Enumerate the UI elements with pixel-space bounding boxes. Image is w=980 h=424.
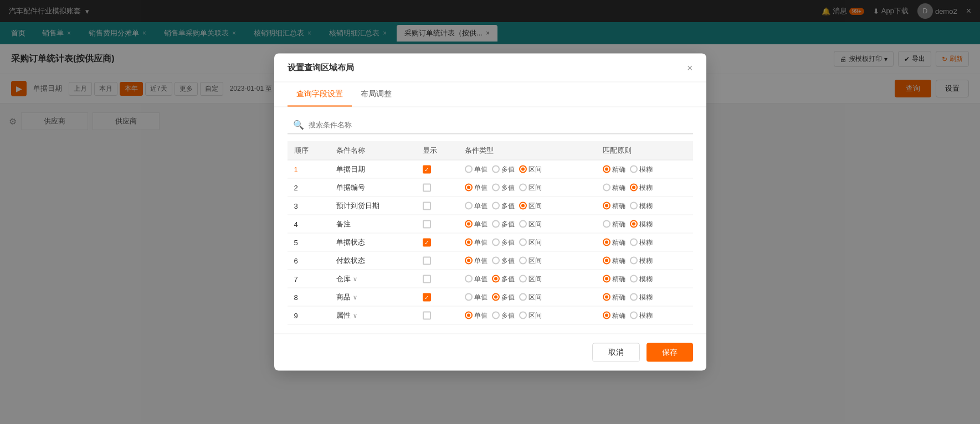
match-radio-fuzzy[interactable]: 模糊 [630,274,653,283]
type-radio-range[interactable]: 区间 [519,183,542,192]
match-radio-group: 精确 模糊 [603,201,686,210]
display-checkbox[interactable] [423,311,431,319]
radio-range-circle [519,312,527,319]
display-checkbox[interactable]: ✓ [423,293,431,301]
cancel-button[interactable]: 取消 [592,343,640,362]
type-radio-range[interactable]: 区间 [519,274,542,283]
match-radio-exact[interactable]: 精确 [603,183,625,192]
radio-exact-circle [603,184,610,192]
type-radio-single[interactable]: 单值 [465,274,488,283]
type-radio-range[interactable]: 区间 [519,164,542,174]
condition-name: 备注 [336,220,351,228]
condition-name: 单据编号 [336,183,365,192]
type-radio-single[interactable]: 单值 [465,329,488,329]
match-radio-fuzzy[interactable]: 模糊 [630,329,653,329]
save-button[interactable]: 保存 [647,343,693,362]
modal-header: 设置查询区域布局 × [274,54,706,82]
tab-layout-adjust[interactable]: 布局调整 [352,82,401,107]
display-checkbox[interactable] [423,183,431,192]
conditions-table: 顺序 条件名称 显示 条件类型 匹配原则 1 单据日期 ✓ [288,141,693,329]
type-radio-multi[interactable]: 多值 [492,256,515,265]
type-radio-single[interactable]: 单值 [465,292,488,302]
match-radio-exact[interactable]: 精确 [603,311,625,320]
radio-fuzzy-circle [630,220,638,228]
display-checkbox[interactable] [423,220,431,228]
condition-name: 单据日期 [336,165,365,173]
conditions-table-scroll[interactable]: 顺序 条件名称 显示 条件类型 匹配原则 1 单据日期 ✓ [288,141,693,329]
type-radio-multi[interactable]: 多值 [492,311,515,320]
seq-number: 3 [294,201,298,210]
tab-query-fields[interactable]: 查询字段设置 [288,82,352,107]
condition-search-input[interactable] [309,121,419,129]
match-radio-fuzzy[interactable]: 模糊 [630,219,653,229]
type-radio-single[interactable]: 单值 [465,311,488,320]
type-radio-group: 单值 多值 区间 [465,311,589,320]
radio-range-circle [519,184,527,192]
table-row: 10 有无商品图片 单值 [288,324,693,329]
type-radio-multi[interactable]: 多值 [492,219,515,229]
match-radio-exact[interactable]: 精确 [603,329,625,329]
radio-exact-circle [603,239,610,246]
match-radio-exact[interactable]: 精确 [603,256,625,265]
type-radio-range[interactable]: 区间 [519,256,542,265]
match-radio-fuzzy[interactable]: 模糊 [630,201,653,210]
type-radio-multi[interactable]: 多值 [492,274,515,283]
display-checkbox[interactable]: ✓ [423,238,431,246]
type-radio-range[interactable]: 区间 [519,311,542,320]
match-radio-fuzzy[interactable]: 模糊 [630,292,653,302]
tab-layout-adjust-label: 布局调整 [361,89,392,98]
match-radio-exact[interactable]: 精确 [603,292,625,302]
type-radio-multi[interactable]: 多值 [492,237,515,247]
seq-number: 2 [294,183,298,192]
type-radio-single[interactable]: 单值 [465,164,488,174]
radio-multi-circle [492,166,500,173]
display-checkbox[interactable]: ✓ [423,165,431,173]
match-radio-fuzzy[interactable]: 模糊 [630,311,653,320]
condition-name: 仓库 ∨ [336,275,357,283]
type-radio-group: 单值 多值 区间 [465,219,589,229]
radio-range-circle [519,257,527,265]
seq-number: 1 [294,165,298,173]
type-radio-single[interactable]: 单值 [465,183,488,192]
display-checkbox[interactable] [423,256,431,265]
radio-range-circle [519,220,527,228]
match-radio-exact[interactable]: 精确 [603,164,625,174]
condition-name: 付款状态 [336,256,365,265]
condition-name: 预计到货日期 [336,201,379,210]
type-radio-single[interactable]: 单值 [465,219,488,229]
radio-range-circle [519,275,527,283]
type-radio-range[interactable]: 区间 [519,237,542,247]
modal-close-button[interactable]: × [687,63,693,73]
match-radio-fuzzy[interactable]: 模糊 [630,164,653,174]
radio-multi-circle [492,293,500,301]
type-radio-group: 单值 多值 区间 [465,164,589,174]
type-radio-multi[interactable]: 多值 [492,329,515,329]
match-radio-fuzzy[interactable]: 模糊 [630,256,653,265]
radio-single-circle [465,312,473,319]
type-radio-multi[interactable]: 多值 [492,183,515,192]
type-radio-single[interactable]: 单值 [465,201,488,210]
radio-multi-circle [492,275,500,283]
type-radio-range[interactable]: 区间 [519,201,542,210]
match-radio-fuzzy[interactable]: 模糊 [630,237,653,247]
match-radio-exact[interactable]: 精确 [603,237,625,247]
radio-single-circle [465,293,473,301]
type-radio-range[interactable]: 区间 [519,292,542,302]
table-row: 3 预计到货日期 单值 [288,197,693,215]
type-radio-multi[interactable]: 多值 [492,201,515,210]
type-radio-multi[interactable]: 多值 [492,164,515,174]
match-radio-fuzzy[interactable]: 模糊 [630,183,653,192]
type-radio-single[interactable]: 单值 [465,256,488,265]
match-radio-exact[interactable]: 精确 [603,219,625,229]
radio-range-circle [519,202,527,210]
type-radio-range[interactable]: 区间 [519,329,542,329]
type-radio-single[interactable]: 单值 [465,237,488,247]
display-checkbox[interactable] [423,275,431,283]
seq-number: 9 [294,311,298,319]
display-checkbox[interactable] [423,201,431,210]
condition-name: 单据状态 [336,238,365,246]
type-radio-range[interactable]: 区间 [519,219,542,229]
type-radio-multi[interactable]: 多值 [492,292,515,302]
match-radio-exact[interactable]: 精确 [603,274,625,283]
match-radio-exact[interactable]: 精确 [603,201,625,210]
